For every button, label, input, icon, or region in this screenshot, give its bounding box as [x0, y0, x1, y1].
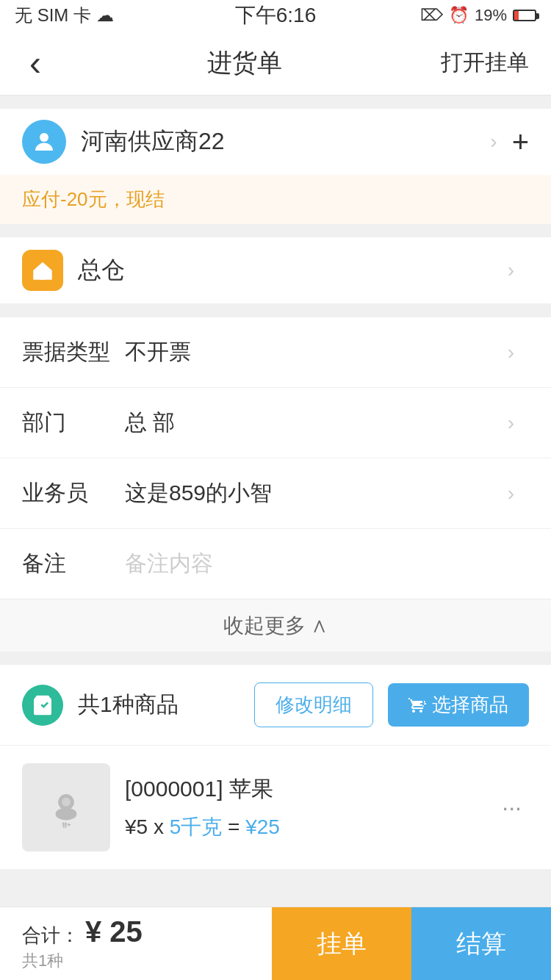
products-section: 共1种商品 修改明细 选择商品 替+ [0000001] 苹果: [0, 665, 551, 869]
status-right: ⌦ ⏰ 19%: [420, 6, 536, 25]
status-bar: 无 SIM 卡 ☁ 下午6:16 ⌦ ⏰ 19%: [0, 0, 551, 31]
total-sub: 共1种: [22, 950, 250, 972]
form-section: 票据类型 不开票 › 部门 总 部 › 业务员 这是859的小智 › 备注 备注…: [0, 317, 551, 652]
total-label: 合计：: [22, 923, 79, 948]
dept-value: 总 部: [125, 408, 508, 438]
product-name: [0000001] 苹果: [125, 774, 480, 804]
svg-point-3: [56, 808, 77, 821]
invoice-label: 票据类型: [22, 337, 125, 367]
open-hang-button[interactable]: 打开挂单: [441, 48, 529, 78]
svg-point-0: [40, 133, 48, 142]
nav-bar: ‹ 进货单 打开挂单: [0, 31, 551, 96]
dept-label: 部门: [22, 408, 125, 438]
products-count: 共1种商品: [78, 690, 240, 720]
warehouse-chevron-icon: ›: [508, 259, 514, 282]
person-icon: [31, 129, 57, 155]
warehouse-icon: [22, 250, 63, 291]
product-info: [0000001] 苹果 ¥5 x 5千克 = ¥25: [125, 774, 480, 841]
status-left: 无 SIM 卡 ☁: [15, 4, 114, 27]
invoice-row[interactable]: 票据类型 不开票 ›: [0, 317, 551, 387]
select-product-button[interactable]: 选择商品: [388, 683, 529, 727]
invoice-value: 不开票: [125, 337, 508, 367]
salesman-row[interactable]: 业务员 这是859的小智 ›: [0, 458, 551, 528]
location-icon: ⌦: [420, 6, 443, 25]
checkout-button[interactable]: 结算: [411, 907, 551, 980]
remark-label: 备注: [22, 549, 125, 579]
products-icon: [22, 685, 63, 726]
page-title: 进货单: [207, 46, 282, 80]
remark-input[interactable]: 备注内容: [125, 549, 529, 579]
product-item: 替+ [0000001] 苹果 ¥5 x 5千克 = ¥25 ···: [0, 745, 551, 869]
supplier-row[interactable]: 河南供应商22 › +: [0, 109, 551, 175]
alarm-icon: ⏰: [449, 6, 469, 25]
supplier-section: 河南供应商22 › + 应付-20元，现结: [0, 109, 551, 224]
total-amount: 合计： ¥ 25: [22, 915, 250, 948]
warehouse-row[interactable]: 总仓 ›: [0, 237, 551, 303]
battery-level: 19%: [475, 6, 507, 25]
warning-bar: 应付-20元，现结: [0, 175, 551, 224]
chevron-right-icon: ›: [490, 130, 497, 154]
svg-rect-1: [40, 273, 46, 280]
modify-detail-button[interactable]: 修改明细: [254, 682, 373, 727]
cart-plus-icon: [408, 696, 426, 714]
bottom-bar: 合计： ¥ 25 共1种 挂单 结算: [0, 907, 551, 980]
salesman-label: 业务员: [22, 478, 125, 508]
salesman-value: 这是859的小智: [125, 478, 508, 508]
collapse-button[interactable]: 收起更多 ∧: [0, 599, 551, 652]
product-price: ¥5 x 5千克 = ¥25: [125, 813, 480, 841]
total-section: 合计： ¥ 25 共1种: [0, 907, 272, 980]
products-header: 共1种商品 修改明细 选择商品: [0, 665, 551, 745]
warehouse-name: 总仓: [78, 254, 508, 287]
home-icon: [30, 258, 55, 283]
remark-row[interactable]: 备注 备注内容: [0, 528, 551, 599]
supplier-name: 河南供应商22: [81, 126, 490, 158]
supplier-avatar: [22, 120, 66, 164]
svg-text:替+: 替+: [62, 821, 71, 829]
dept-chevron-icon: ›: [508, 411, 514, 435]
back-button[interactable]: ‹: [22, 35, 48, 90]
warehouse-section: 总仓 ›: [0, 237, 551, 303]
product-placeholder-icon: 替+: [44, 785, 88, 829]
dept-row[interactable]: 部门 总 部 ›: [0, 387, 551, 458]
product-thumbnail: 替+: [22, 763, 110, 851]
add-supplier-button[interactable]: +: [512, 126, 529, 159]
status-time: 下午6:16: [235, 1, 317, 29]
salesman-chevron-icon: ›: [508, 482, 514, 505]
svg-point-4: [62, 798, 71, 807]
invoice-chevron-icon: ›: [508, 341, 514, 364]
hang-button[interactable]: 挂单: [272, 907, 411, 980]
battery-icon: [513, 10, 536, 21]
total-value: ¥ 25: [85, 915, 143, 948]
shopping-bag-icon: [31, 693, 54, 717]
product-more-button[interactable]: ···: [494, 787, 529, 829]
sim-status: 无 SIM 卡 ☁: [15, 4, 114, 27]
